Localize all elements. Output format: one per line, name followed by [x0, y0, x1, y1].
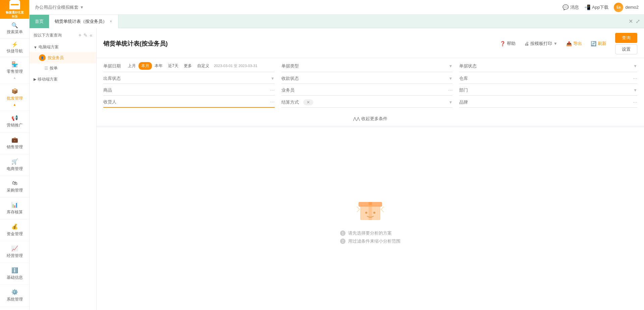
finance-icon: 💰	[11, 223, 18, 230]
retail-icon: 🏪	[11, 61, 18, 67]
date-label: 单据日期	[103, 63, 125, 69]
filter-row-3: 商品 ··· 业务员 ··· 部门	[103, 87, 637, 96]
filter-department[interactable]: 部门 ▼	[459, 87, 637, 96]
operations-icon: 📈	[11, 245, 18, 252]
warehouse-ellipsis[interactable]: ···	[633, 75, 637, 82]
filter-warehouse[interactable]: 仓库 ···	[459, 75, 637, 84]
sidebar-item-retail[interactable]: 🏪 零售管理 ▲	[0, 57, 30, 84]
doc-status-select[interactable]: ▼	[481, 64, 637, 68]
sidebar-item-system[interactable]: ⚙️ 系统管理	[0, 285, 30, 307]
desktop-section-label: 电脑端方案	[39, 44, 59, 50]
panel-item-by-salesperson[interactable]: 👤 按业务员	[30, 52, 96, 63]
panel-section-mobile-header[interactable]: ▶ 移动端方案	[30, 74, 96, 84]
sidebar-item-basic[interactable]: ℹ️ 基础信息	[0, 263, 30, 285]
tab-expand-btn[interactable]: ⤢	[636, 18, 640, 24]
help-btn[interactable]: ❓ 帮助	[497, 39, 518, 48]
tab-window-close-btn[interactable]: ✕	[629, 18, 633, 24]
system-icon: ⚙️	[11, 289, 18, 295]
filter-salesperson[interactable]: 业务员 ···	[281, 87, 453, 96]
department-select[interactable]: ▼	[481, 88, 637, 93]
content-area: 按以下方案查询 + ✎ « ▼ 电脑端方案 👤 按业务员	[30, 28, 644, 310]
marketing-icon: 📢	[11, 115, 18, 121]
topbar: 办公用品行业模拟账套 ▼ 💬 消息 📲 App下载 Ea demo2	[30, 0, 644, 15]
panel-item-by-order[interactable]: ☰ 按单	[30, 63, 96, 73]
payment-tag-remove[interactable]: ✕	[307, 100, 310, 105]
sidebar-item-sales[interactable]: 💼 销售管理	[0, 133, 30, 154]
sidebar-item-wholesale-label: 批发管理	[7, 96, 23, 101]
salesperson-filter-select[interactable]: ···	[303, 87, 453, 93]
filter-receipt-status[interactable]: 收款状态 ▼	[281, 75, 453, 84]
filter-doc-type[interactable]: 单据类型 ▼	[281, 62, 453, 72]
svg-rect-3	[369, 205, 372, 220]
salesperson-ellipsis[interactable]: ···	[448, 87, 452, 93]
app-download-btn[interactable]: 📲 App下载	[584, 4, 608, 10]
collapse-btn[interactable]: ⋀⋀ 收起更多条件	[353, 114, 387, 124]
out-status-select[interactable]: ▼	[125, 76, 275, 81]
panel-add-btn[interactable]: +	[78, 32, 82, 38]
sidebar-item-wholesale[interactable]: 📦 批发管理 ▲	[0, 84, 30, 111]
sales-icon: 💼	[11, 137, 18, 143]
sidebar-item-enterprise[interactable]: 🏢 企业协同	[0, 307, 30, 310]
warehouse-select[interactable]: ···	[481, 75, 637, 82]
brand-ellipsis[interactable]: ···	[633, 99, 637, 105]
payment-tag: ✕	[303, 99, 313, 105]
goods-ellipsis[interactable]: ···	[270, 87, 274, 93]
panel-section-desktop-header[interactable]: ▼ 电脑端方案	[30, 42, 96, 52]
export-icon: 📤	[566, 41, 572, 46]
company-selector[interactable]: 办公用品行业模拟账套 ▼	[35, 4, 84, 10]
hint-2-number: 2	[340, 239, 345, 244]
sidebar-item-ecommerce[interactable]: 🛒 电商管理	[0, 154, 30, 176]
empty-hint-1: 1 请先选择要分析的方案	[340, 230, 392, 236]
out-status-label: 出库状态	[103, 75, 125, 82]
sidebar-item-ecommerce-label: 电商管理	[7, 166, 23, 172]
filter-brand[interactable]: 品牌 ···	[459, 99, 637, 108]
date-btn-custom[interactable]: 自定义	[195, 62, 212, 70]
receipt-status-select[interactable]: ▼	[303, 76, 453, 81]
date-btn-last-month[interactable]: 上月	[125, 62, 139, 70]
filter-out-status[interactable]: 出库状态 ▼	[103, 75, 275, 84]
panel-section-mobile: ▶ 移动端方案	[30, 74, 96, 85]
sidebar-item-operations[interactable]: 📈 经营管理	[0, 241, 30, 263]
print-template-btn[interactable]: 🖨 按模板打印 ▼	[522, 39, 560, 48]
sidebar-item-finance[interactable]: 💰 资金管理	[0, 219, 30, 241]
empty-icon	[354, 193, 387, 223]
filter-consignee[interactable]: 收货人 ···	[103, 99, 275, 108]
topbar-left: 办公用品行业模拟账套 ▼	[35, 4, 84, 10]
shortcut-nav[interactable]: ⚡ 快捷导航	[0, 39, 30, 57]
payment-select[interactable]: ✕ ▼	[303, 99, 453, 105]
user-menu[interactable]: Ea demo2	[614, 3, 639, 12]
date-btn-7days[interactable]: 近7天	[165, 62, 181, 70]
consignee-select[interactable]: ···	[125, 99, 275, 105]
sidebar-item-marketing[interactable]: 📢 营销推广	[0, 111, 30, 133]
filter-payment[interactable]: 结算方式 ✕ ▼	[281, 99, 453, 108]
payment-label: 结算方式	[281, 99, 303, 105]
consignee-ellipsis[interactable]: ···	[270, 99, 274, 105]
search-menu[interactable]: 🔍 搜索菜单	[0, 19, 30, 39]
sidebar-item-inventory[interactable]: 📊 库存核算	[0, 198, 30, 219]
tab-home[interactable]: 首页	[30, 15, 49, 28]
page-title: 销货单统计表(按业务员)	[103, 40, 168, 48]
date-btn-this-month[interactable]: 本月	[139, 62, 152, 70]
settings-btn[interactable]: 设置	[615, 44, 637, 54]
panel-collapse-btn[interactable]: «	[90, 33, 92, 38]
query-btn[interactable]: 查询	[615, 33, 637, 43]
message-btn[interactable]: 💬 消息	[562, 4, 579, 10]
company-name: 办公用品行业模拟账套	[35, 4, 78, 10]
sidebar-item-purchase[interactable]: 🛍 采购管理	[0, 176, 30, 198]
tab-close-btn[interactable]: ×	[109, 19, 113, 24]
payment-chevron: ▼	[448, 100, 452, 105]
date-btn-this-year[interactable]: 本年	[152, 62, 165, 70]
brand-select[interactable]: ···	[481, 99, 637, 105]
goods-select[interactable]: ···	[125, 87, 275, 93]
date-btn-more[interactable]: 更多	[181, 62, 195, 70]
tab-sales-stats[interactable]: 销货单统计表（按业务员） ×	[49, 15, 118, 28]
doc-type-select[interactable]: ▼	[303, 64, 453, 68]
export-btn[interactable]: 📤 导出	[564, 39, 585, 48]
refresh-btn[interactable]: 🔄 刷新	[588, 39, 609, 48]
filter-doc-status[interactable]: 单据状态 ▼	[459, 62, 637, 72]
desktop-section-arrow: ▼	[34, 45, 37, 49]
app-logo: 畅捷通好生意 标版	[0, 0, 30, 19]
filter-goods[interactable]: 商品 ···	[103, 87, 275, 96]
panel-edit-btn[interactable]: ✎	[84, 33, 88, 38]
sidebar-item-basic-label: 基础信息	[7, 275, 23, 280]
